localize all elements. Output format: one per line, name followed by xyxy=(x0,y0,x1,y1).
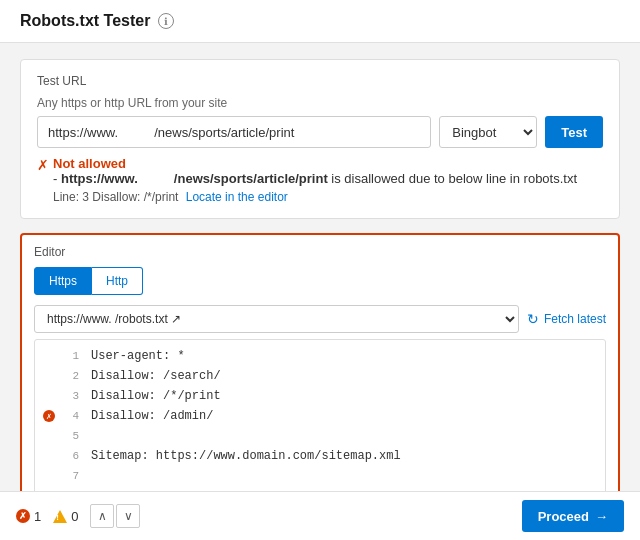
bottom-bar: ✗ 1 0 ∧ ∨ Proceed → xyxy=(0,491,640,540)
test-button[interactable]: Test xyxy=(545,116,603,148)
code-editor[interactable]: 1 User-agent: * 2 Disallow: /search/ 3 D… xyxy=(34,339,606,499)
not-allowed-badge: Not allowed xyxy=(53,156,577,171)
table-row: 5 xyxy=(35,426,605,446)
proceed-button[interactable]: Proceed → xyxy=(522,500,624,532)
warning-status: 0 xyxy=(53,509,78,524)
locate-in-editor-link[interactable]: Locate in the editor xyxy=(186,190,288,204)
test-url-label: Test URL xyxy=(37,74,603,88)
main-content: Test URL Any https or http URL from your… xyxy=(0,43,640,540)
editor-toolbar: https://www. /robots.txt ↗ ↻ Fetch lates… xyxy=(34,305,606,333)
table-row: 6 Sitemap: https://www.domain.com/sitema… xyxy=(35,446,605,466)
test-url-card: Test URL Any https or http URL from your… xyxy=(20,59,620,219)
tab-https[interactable]: Https xyxy=(34,267,92,295)
tab-group: Https Http xyxy=(34,267,606,295)
table-row: 3 Disallow: /*/print xyxy=(35,386,605,406)
error-count: 1 xyxy=(34,509,41,524)
nav-arrows: ∧ ∨ xyxy=(90,504,140,528)
warning-count: 0 xyxy=(71,509,78,524)
editor-section: Editor Https Http https://www. /robots.t… xyxy=(20,233,620,513)
robots-url-select[interactable]: https://www. /robots.txt ↗ xyxy=(34,305,519,333)
code-lines: 1 User-agent: * 2 Disallow: /search/ 3 D… xyxy=(35,340,605,492)
error-status: ✗ 1 xyxy=(16,509,41,524)
fetch-latest-button[interactable]: ↻ Fetch latest xyxy=(527,311,606,327)
result-suffix: is disallowed due to below line in robot… xyxy=(331,171,577,186)
test-result: ✗ Not allowed - https://www. /news/sport… xyxy=(37,156,603,204)
refresh-icon: ↻ xyxy=(527,311,539,327)
next-error-button[interactable]: ∨ xyxy=(116,504,140,528)
page-title: Robots.txt Tester xyxy=(20,12,150,30)
test-url-input[interactable] xyxy=(37,116,431,148)
prev-error-button[interactable]: ∧ xyxy=(90,504,114,528)
info-icon[interactable]: ℹ xyxy=(158,13,174,29)
warning-icon xyxy=(53,510,67,523)
result-url: https://www. /news/sports/article/print xyxy=(61,171,328,186)
error-dot: ✗ xyxy=(43,410,55,422)
disallow-line: Line: 3 Disallow: /*/print Locate in the… xyxy=(53,190,577,204)
table-row: ✗ 4 Disallow: /admin/ xyxy=(35,406,605,426)
url-row: Bingbot Googlebot Slurp Test xyxy=(37,116,603,148)
status-row: ✗ 1 0 ∧ ∨ xyxy=(16,504,140,528)
table-row: 2 Disallow: /search/ xyxy=(35,366,605,386)
table-row: 7 xyxy=(35,466,605,486)
editor-label: Editor xyxy=(34,245,606,259)
tab-http[interactable]: Http xyxy=(92,267,143,295)
error-circle: ✗ xyxy=(16,509,30,523)
url-hint: Any https or http URL from your site xyxy=(37,96,603,110)
bot-selector[interactable]: Bingbot Googlebot Slurp xyxy=(439,116,537,148)
table-row: 1 User-agent: * xyxy=(35,346,605,366)
page-header: Robots.txt Tester ℹ xyxy=(0,0,640,43)
